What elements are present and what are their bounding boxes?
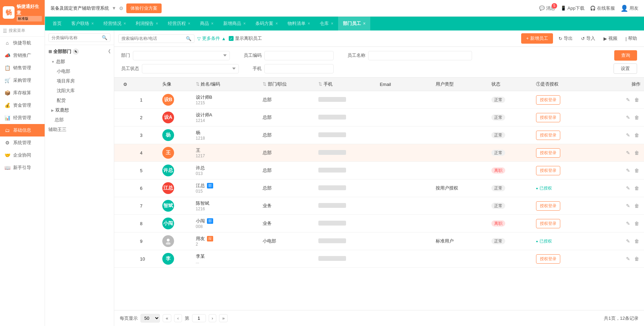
export-btn[interactable]: ↻ 导出 [556, 33, 575, 44]
delete-btn[interactable]: 🗑 [633, 238, 641, 245]
delete-btn[interactable]: 🗑 [633, 255, 641, 262]
auth-btn[interactable]: 授权登录 [536, 95, 560, 105]
delete-btn[interactable]: 🗑 [633, 96, 641, 103]
per-page-select[interactable]: 50 100 200 [140, 314, 160, 323]
view-btn[interactable]: ▶ 视频 [601, 33, 620, 44]
auth-btn[interactable]: 授权登录 [536, 148, 560, 158]
add-employee-btn[interactable]: + 新增员工 [521, 33, 553, 44]
tab-material-list[interactable]: 物料清单 × [283, 17, 315, 30]
close-op-status-tab[interactable]: × [124, 21, 126, 26]
sidebar-item-cooperation[interactable]: 🤝 企业协同 [0, 149, 45, 161]
edit-btn[interactable]: ✎ [625, 167, 632, 174]
next-page-btn[interactable]: › [209, 314, 216, 322]
help-btn[interactable]: | 帮助 [623, 33, 640, 44]
edit-btn[interactable]: ✎ [625, 185, 632, 192]
tab-profit-report[interactable]: 利润报告 × [131, 17, 163, 30]
auth-btn[interactable]: 授权登录 [536, 254, 560, 264]
message-btn[interactable]: 💬 消息 5 [539, 5, 555, 11]
edit-btn[interactable]: ✎ [625, 149, 632, 156]
auth-btn[interactable]: 授权登录 [536, 131, 560, 140]
edit-btn[interactable]: ✎ [625, 96, 632, 103]
tab-dept-employee[interactable]: 部门员工 × [338, 17, 370, 30]
close-op-history-tab[interactable]: × [188, 21, 190, 26]
dropdown-icon[interactable]: ▼ [112, 6, 116, 11]
close-warehouse-tab[interactable]: × [331, 21, 333, 26]
employee-name-input[interactable] [368, 51, 472, 60]
edit-btn[interactable]: ✎ [625, 255, 632, 262]
tree-item-xiangmu[interactable]: 项目库房 [53, 76, 114, 86]
app-download-btn[interactable]: 📱 App下载 [561, 5, 584, 11]
sidebar-item-system[interactable]: ⚙ 系统管理 [0, 136, 45, 149]
tree-item-peihuo[interactable]: 配货 [53, 96, 114, 105]
phone-input[interactable] [264, 64, 334, 73]
online-service-btn[interactable]: 🎧 在线客服 [590, 5, 615, 11]
import-btn[interactable]: ↺ 导入 [578, 33, 598, 44]
close-customer-tab[interactable]: × [91, 21, 94, 26]
edit-btn[interactable]: ✎ [625, 132, 632, 139]
close-goods-tab[interactable]: × [211, 21, 214, 26]
dept-select[interactable] [133, 51, 230, 60]
tab-operation-status[interactable]: 经营情况 × [99, 17, 131, 30]
delete-btn[interactable]: 🗑 [633, 220, 641, 227]
auth-btn[interactable]: 授权登录 [536, 166, 560, 175]
delete-btn[interactable]: 🗑 [633, 185, 641, 192]
sidebar-item-marketing[interactable]: 📣 营销推广 [0, 49, 45, 62]
edit-btn[interactable]: ✎ [625, 220, 632, 227]
last-page-btn[interactable]: » [219, 314, 228, 322]
close-material-tab[interactable]: × [308, 21, 310, 26]
col-dept-pos[interactable]: ⇅ 部门/职位 [259, 78, 315, 91]
delete-btn[interactable]: 🗑 [633, 149, 641, 156]
set-btn[interactable]: 设置 [614, 63, 637, 74]
col-phone[interactable]: ⇅ 手机 [315, 78, 376, 91]
tree-item-zongbu2[interactable]: 总部 [48, 115, 114, 125]
page-number-input[interactable] [192, 314, 206, 322]
edit-btn[interactable]: ✎ [625, 238, 632, 245]
auth-btn[interactable]: 授权登录 [536, 201, 560, 211]
sidebar-item-basic-info[interactable]: 🗂 基础信息 [0, 124, 45, 136]
show-leave-checkbox[interactable]: ✓ 显示离职员工 [229, 35, 262, 42]
col-gear[interactable]: ⚙ [114, 78, 136, 91]
query-btn[interactable]: 查询 [614, 50, 637, 61]
all-depts[interactable]: ⊞ 全部部门 ✎ 《 [45, 46, 114, 57]
tab-warehouse[interactable]: 仓库 × [315, 17, 338, 30]
sidebar-item-purchase[interactable]: 🛒 采购管理 [0, 74, 45, 87]
sidebar-item-guide[interactable]: 📖 新手引导 [0, 161, 45, 174]
dept-search-box[interactable]: 🔍 [48, 33, 110, 42]
auth-btn[interactable]: 授权登录 [536, 219, 560, 228]
tab-home[interactable]: 首页 [48, 17, 66, 30]
tab-operation-history[interactable]: 经营历程 × [163, 17, 195, 30]
tree-item-buzhuwangsan[interactable]: 辅助王三 [45, 125, 114, 134]
gear-icon[interactable]: ⚙ [119, 6, 124, 11]
sidebar-item-quick-nav[interactable]: ⌂ 快捷导航 [0, 37, 45, 49]
delete-btn[interactable]: 🗑 [633, 132, 641, 139]
first-page-btn[interactable]: « [163, 314, 171, 322]
trial-btn[interactable]: 体验行业方案 [126, 3, 162, 13]
tree-item-xiaodian[interactable]: 小电部 [53, 67, 114, 76]
tab-customer[interactable]: 客户联络 × [66, 17, 99, 30]
tree-group-zongbu-label[interactable]: ▼ 总部 [48, 57, 114, 67]
tree-group-shuangluo-label[interactable]: ▶ 双鹿想 [48, 105, 114, 115]
filter-search-box[interactable]: 🔍 [118, 34, 194, 43]
user-menu[interactable]: 👤 用友 [620, 5, 638, 12]
sidebar-item-sales[interactable]: 📋 销售管理 [0, 62, 45, 74]
tree-item-shenyang[interactable]: 沈阳大库 [53, 86, 114, 96]
dept-search-input[interactable] [52, 35, 100, 40]
delete-btn[interactable]: 🗑 [633, 114, 641, 121]
employee-search-input[interactable] [121, 36, 184, 41]
edit-btn[interactable]: ✎ [625, 114, 632, 121]
close-profit-tab[interactable]: × [156, 21, 158, 26]
delete-btn[interactable]: 🗑 [633, 167, 641, 174]
tab-barcode[interactable]: 条码方案 × [251, 17, 283, 30]
delete-btn[interactable]: 🗑 [633, 202, 641, 209]
sidebar-item-inventory[interactable]: 📦 库存核算 [0, 87, 45, 99]
col-name-code[interactable]: ⇅ 姓名/编码 [192, 78, 259, 91]
close-barcode-tab[interactable]: × [275, 21, 278, 26]
close-new-goods-tab[interactable]: × [243, 21, 246, 26]
edit-dept-icon[interactable]: ✎ [73, 49, 79, 55]
close-dept-employee-tab[interactable]: × [363, 21, 365, 26]
auth-btn[interactable]: 授权登录 [536, 113, 560, 122]
edit-btn[interactable]: ✎ [625, 202, 632, 209]
tab-new-goods[interactable]: 新增商品 × [218, 17, 251, 30]
employee-status-select[interactable] [142, 64, 239, 73]
sidebar-item-finance[interactable]: 💰 资金管理 [0, 99, 45, 112]
